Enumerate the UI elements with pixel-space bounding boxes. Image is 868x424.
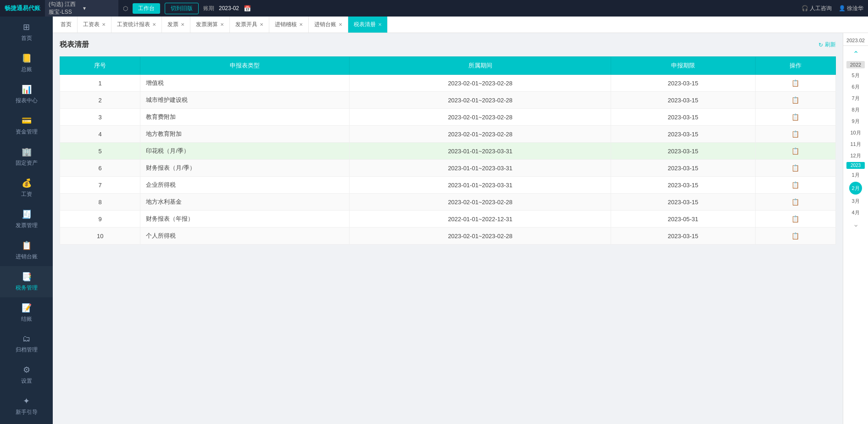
- tab-invoice-open[interactable]: 发票开具✕: [230, 17, 269, 33]
- guide-icon: ✦: [23, 396, 30, 406]
- tab-close-icon[interactable]: ✕: [260, 22, 263, 27]
- month-item-2023-3月[interactable]: 3月: [846, 196, 865, 206]
- month-item-8月[interactable]: 8月: [846, 105, 865, 115]
- sidebar-item-tax[interactable]: 📑 税务管理: [0, 266, 53, 297]
- action-cell[interactable]: 📋: [755, 160, 835, 177]
- view-report-icon[interactable]: 📋: [791, 147, 799, 155]
- tab-invoice-calc[interactable]: 发票测算✕: [190, 17, 230, 33]
- sidebar-item-report[interactable]: 📊 报表中心: [0, 79, 53, 110]
- archive-icon: 🗂: [22, 334, 31, 344]
- sidebar-item-fixed[interactable]: 🏢 固定资产: [0, 141, 53, 173]
- view-report-icon[interactable]: 📋: [791, 181, 799, 189]
- tab-close-icon[interactable]: ✕: [102, 22, 106, 27]
- action-cell[interactable]: 📋: [755, 143, 835, 160]
- tab-close-icon[interactable]: ✕: [378, 22, 382, 27]
- deadline: 2023-03-15: [611, 109, 755, 126]
- tab-close-icon[interactable]: ✕: [220, 22, 224, 27]
- row-index: 7: [60, 177, 140, 194]
- view-report-icon[interactable]: 📋: [791, 130, 799, 138]
- action-cell[interactable]: 📋: [755, 75, 835, 92]
- switch-version-button[interactable]: 切到旧版: [165, 3, 199, 14]
- sidebar-item-archive[interactable]: 🗂 归档管理: [0, 329, 53, 359]
- action-cell[interactable]: 📋: [755, 194, 835, 211]
- purchase-icon: 📋: [22, 240, 32, 251]
- sidebar-item-settings[interactable]: ⚙ 设置: [0, 359, 53, 391]
- copy-icon[interactable]: ⬡: [123, 5, 128, 12]
- tab-purchase-check[interactable]: 进销稽核✕: [269, 17, 309, 33]
- sidebar-item-member[interactable]: ♛ 畅会员: [0, 422, 53, 424]
- tab-payroll-report[interactable]: 工资统计报表✕: [111, 17, 162, 33]
- calendar-icon[interactable]: 📅: [244, 5, 251, 12]
- period-range: 2023-01-01~2023-03-31: [350, 143, 611, 160]
- sidebar-item-capital[interactable]: 💳 资金管理: [0, 110, 53, 141]
- month-item-6月[interactable]: 6月: [846, 82, 865, 92]
- view-report-icon[interactable]: 📋: [791, 164, 799, 172]
- action-cell[interactable]: 📋: [755, 126, 835, 143]
- tab-close-icon[interactable]: ✕: [181, 22, 184, 27]
- period-label: 账期: [203, 5, 214, 12]
- table-row: 10个人所得税2023-02-01~2023-02-282023-03-15📋: [60, 228, 836, 245]
- sidebar-item-payroll[interactable]: 💰 工资: [0, 173, 53, 204]
- workspace-button[interactable]: 工作台: [133, 3, 160, 14]
- row-index: 2: [60, 92, 140, 109]
- report-type: 地方水利基金: [140, 194, 350, 211]
- month-item-2023-1月[interactable]: 1月: [846, 170, 865, 180]
- human-consult-btn[interactable]: 🎧 人工咨询: [801, 5, 832, 12]
- month-item-11月[interactable]: 11月: [846, 139, 865, 150]
- deadline: 2023-03-15: [611, 177, 755, 194]
- data-table: 序号申报表类型所属期间申报期限操作 1增值税2023-02-01~2023-02…: [60, 56, 836, 245]
- tab-payroll[interactable]: 工资表✕: [78, 17, 111, 33]
- view-report-icon[interactable]: 📋: [791, 215, 799, 223]
- tab-purchase-ledger[interactable]: 进销台账✕: [309, 17, 348, 33]
- month-item-5月[interactable]: 5月: [846, 70, 865, 81]
- tab-close-icon[interactable]: ✕: [299, 22, 303, 27]
- period-range: 2023-02-01~2023-02-28: [350, 109, 611, 126]
- user-avatar[interactable]: 👤 徐淦华: [839, 5, 863, 12]
- year-2022-label[interactable]: 2022: [846, 61, 865, 68]
- payroll-icon: 💰: [22, 178, 32, 188]
- top-bar-right: 🎧 人工咨询 👤 徐淦华: [801, 5, 863, 12]
- month-item-12月[interactable]: 12月: [846, 151, 865, 161]
- tab-home[interactable]: 首页: [55, 17, 78, 33]
- sidebar-item-ledger[interactable]: 📒 总账: [0, 48, 53, 79]
- month-item-2023-4月[interactable]: 4月: [846, 207, 865, 218]
- settlement-icon: 📝: [22, 303, 32, 313]
- period-range: 2023-02-01~2023-02-28: [350, 194, 611, 211]
- month-item-10月[interactable]: 10月: [846, 128, 865, 138]
- action-cell[interactable]: 📋: [755, 228, 835, 245]
- sidebar-item-settlement[interactable]: 📝 结账: [0, 297, 53, 329]
- report-type: 印花税（月/季）: [140, 143, 350, 160]
- avatar-icon: 👤: [839, 5, 846, 11]
- sidebar-item-invoice[interactable]: 🧾 发票管理: [0, 204, 53, 235]
- sidebar-item-guide[interactable]: ✦ 新手引导: [0, 391, 53, 422]
- view-report-icon[interactable]: 📋: [791, 79, 799, 87]
- year-2023-label[interactable]: 2023: [846, 162, 865, 169]
- view-report-icon[interactable]: 📋: [791, 198, 799, 206]
- action-cell[interactable]: 📋: [755, 109, 835, 126]
- month-item-7月[interactable]: 7月: [846, 93, 865, 104]
- action-cell[interactable]: 📋: [755, 211, 835, 228]
- nav-up-icon[interactable]: ⌃: [851, 48, 860, 60]
- deadline: 2023-03-15: [611, 228, 755, 245]
- action-cell[interactable]: 📋: [755, 177, 835, 194]
- month-item-9月[interactable]: 9月: [846, 116, 865, 127]
- company-selector[interactable]: (勾选) 江西服宝-LSS ▾: [45, 0, 118, 17]
- month-item-2023-2月[interactable]: 2月: [849, 182, 862, 195]
- sidebar-item-label: 报表中心: [16, 97, 38, 105]
- tab-invoice[interactable]: 发票✕: [162, 17, 190, 33]
- period-range: 2022-01-01~2022-12-31: [350, 211, 611, 228]
- table-header-cell: 操作: [755, 57, 835, 75]
- tab-tax-clear[interactable]: 税表清册✕: [348, 17, 388, 33]
- sidebar-item-purchase[interactable]: 📋 进销台账: [0, 235, 53, 266]
- tab-close-icon[interactable]: ✕: [339, 22, 342, 27]
- tab-close-icon[interactable]: ✕: [152, 22, 156, 27]
- period-range: 2023-01-01~2023-03-31: [350, 160, 611, 177]
- view-report-icon[interactable]: 📋: [791, 96, 799, 104]
- sidebar-item-home[interactable]: ⊞ 首页: [0, 17, 53, 48]
- sidebar-item-label: 税务管理: [16, 284, 38, 292]
- nav-down-icon[interactable]: ⌄: [851, 218, 860, 230]
- view-report-icon[interactable]: 📋: [791, 232, 799, 240]
- action-cell[interactable]: 📋: [755, 92, 835, 109]
- refresh-button[interactable]: ↻ 刷新: [818, 41, 836, 49]
- view-report-icon[interactable]: 📋: [791, 113, 799, 121]
